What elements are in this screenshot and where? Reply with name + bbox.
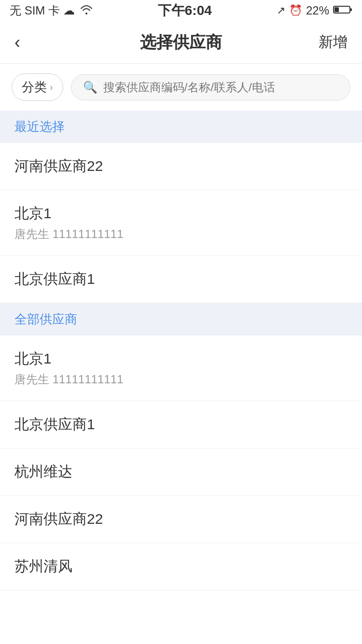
item-name: 苏州清风 (14, 557, 348, 576)
battery-level: 22% (306, 4, 329, 17)
svg-rect-1 (334, 7, 339, 12)
search-input[interactable] (103, 81, 338, 94)
location-icon: ↗ (277, 4, 285, 17)
add-button[interactable]: 新增 (319, 32, 348, 52)
search-icon: 🔍 (83, 81, 97, 94)
category-filter[interactable]: 分类 › (12, 73, 63, 101)
sim-status: 无 SIM 卡 ☁ (10, 3, 75, 18)
status-left: 无 SIM 卡 ☁ (10, 3, 93, 18)
category-label: 分类 (22, 79, 47, 96)
list-item[interactable]: 河南供应商22 (0, 496, 362, 543)
battery-icon (333, 4, 352, 17)
list-item[interactable]: 北京1 唐先生 11111111111 (0, 190, 362, 256)
item-name: 北京1 (14, 349, 348, 369)
recent-section-header: 最近选择 (0, 111, 362, 143)
svg-rect-2 (350, 8, 352, 11)
list-item[interactable]: 杭州维达 (0, 448, 362, 496)
list-item[interactable]: 北京供应商1 (0, 256, 362, 303)
filter-bar: 分类 › 🔍 (0, 64, 362, 111)
item-name: 河南供应商22 (14, 509, 348, 529)
page-title: 选择供应商 (140, 31, 222, 54)
search-box[interactable]: 🔍 (71, 74, 350, 100)
alarm-icon: ⏰ (289, 4, 302, 17)
status-right: ↗ ⏰ 22% (277, 4, 352, 17)
list-item[interactable]: 北京供应商1 (0, 401, 362, 448)
all-items-list: 北京1 唐先生 11111111111 北京供应商1 杭州维达 河南供应商22 … (0, 336, 362, 590)
recent-items-list: 河南供应商22 北京1 唐先生 11111111111 北京供应商1 (0, 143, 362, 303)
item-sub: 唐先生 11111111111 (14, 226, 348, 242)
back-button[interactable]: ‹ (14, 32, 43, 53)
item-name: 北京供应商1 (14, 269, 348, 289)
item-name: 河南供应商22 (14, 156, 348, 176)
item-name: 杭州维达 (14, 462, 348, 482)
status-bar: 无 SIM 卡 ☁ 下午6:04 ↗ ⏰ 22% (0, 0, 362, 21)
item-name: 北京1 (14, 204, 348, 224)
chevron-right-icon: › (50, 82, 53, 93)
status-time: 下午6:04 (158, 1, 212, 20)
list-item[interactable]: 苏州清风 (0, 543, 362, 590)
nav-bar: ‹ 选择供应商 新增 (0, 21, 362, 64)
wifi-icon (80, 4, 93, 17)
list-item[interactable]: 北京1 唐先生 11111111111 (0, 336, 362, 401)
item-name: 北京供应商1 (14, 415, 348, 434)
list-item[interactable]: 河南供应商22 (0, 143, 362, 190)
all-section-header: 全部供应商 (0, 303, 362, 336)
item-sub: 唐先生 11111111111 (14, 372, 348, 387)
